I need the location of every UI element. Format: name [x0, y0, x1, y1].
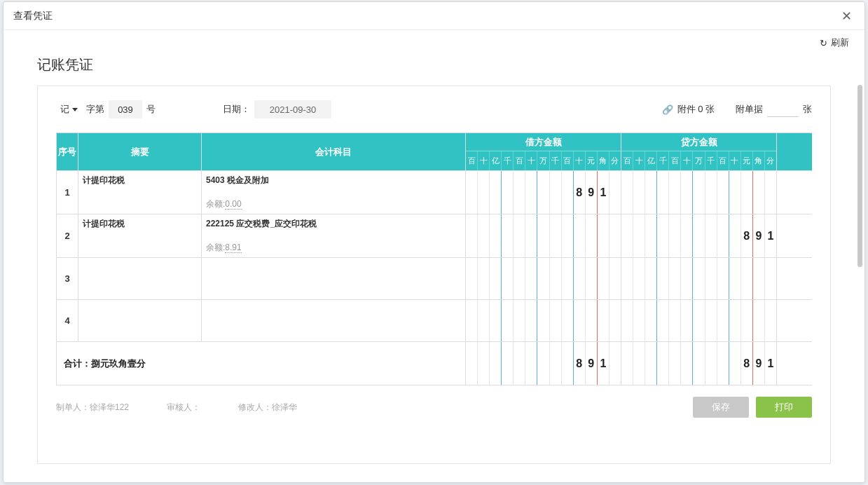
amount-digit[interactable]: [514, 342, 525, 385]
account-cell[interactable]: [202, 300, 466, 341]
summary-cell[interactable]: 计提印花税: [78, 214, 202, 257]
amount-digit[interactable]: [621, 342, 633, 385]
amount-digit[interactable]: [765, 171, 776, 214]
amount-digit[interactable]: [633, 214, 645, 257]
amount-digit[interactable]: [562, 342, 574, 385]
amount-digit[interactable]: [490, 258, 502, 299]
amount-digit[interactable]: [645, 214, 657, 257]
amount-digit[interactable]: [729, 342, 741, 385]
amount-digit[interactable]: [741, 171, 753, 214]
amount-digit[interactable]: [466, 171, 478, 214]
amount-digit[interactable]: [502, 258, 514, 299]
amount-digit[interactable]: [717, 300, 729, 341]
attach-doc-input[interactable]: [767, 102, 799, 117]
account-cell[interactable]: [202, 258, 466, 299]
amount-digit[interactable]: [586, 214, 598, 257]
voucher-number-input[interactable]: [109, 100, 142, 118]
amount-digit[interactable]: [693, 171, 705, 214]
amount-digit[interactable]: [525, 300, 537, 341]
amount-digit[interactable]: [621, 258, 633, 299]
amount-digit[interactable]: [681, 258, 693, 299]
amount-digit[interactable]: [466, 342, 478, 385]
amount-digit[interactable]: 1: [598, 342, 609, 385]
summary-cell[interactable]: 计提印花税: [78, 171, 202, 214]
amount-digit[interactable]: [550, 342, 562, 385]
amount-digit[interactable]: [562, 214, 574, 257]
amount-digit[interactable]: [537, 214, 549, 257]
amount-digit[interactable]: 9: [586, 342, 598, 385]
amount-digit[interactable]: [645, 300, 657, 341]
amount-digit[interactable]: 9: [753, 214, 765, 257]
amount-digit[interactable]: [645, 258, 657, 299]
refresh-button[interactable]: ↻ 刷新: [820, 36, 849, 49]
amount-digit[interactable]: [537, 342, 549, 385]
amount-digit[interactable]: [753, 171, 765, 214]
amount-digit[interactable]: [574, 258, 586, 299]
amount-digit[interactable]: [478, 300, 490, 341]
amount-digit[interactable]: 1: [598, 171, 609, 214]
amount-digit[interactable]: [525, 342, 537, 385]
amount-digit[interactable]: [550, 214, 562, 257]
amount-digit[interactable]: [550, 171, 562, 214]
amount-digit[interactable]: [765, 258, 776, 299]
amount-digit[interactable]: [729, 171, 741, 214]
account-cell[interactable]: 5403 税金及附加余额:0.00: [202, 171, 466, 214]
amount-digit[interactable]: [537, 300, 549, 341]
amount-digit[interactable]: [657, 171, 669, 214]
amount-digit[interactable]: [502, 214, 514, 257]
amount-digit[interactable]: [586, 300, 598, 341]
summary-cell[interactable]: [78, 300, 202, 341]
amount-digit[interactable]: [645, 342, 657, 385]
account-cell[interactable]: 222125 应交税费_应交印花税余额:8.91: [202, 214, 466, 257]
amount-digit[interactable]: [609, 342, 621, 385]
summary-cell[interactable]: [78, 258, 202, 299]
amount-digit[interactable]: [562, 171, 574, 214]
amount-digit[interactable]: [717, 342, 729, 385]
amount-digit[interactable]: [609, 300, 621, 341]
amount-digit[interactable]: [765, 300, 776, 341]
amount-digit[interactable]: [669, 342, 681, 385]
amount-digit[interactable]: [466, 214, 478, 257]
amount-digit[interactable]: [681, 300, 693, 341]
amount-digit[interactable]: [681, 214, 693, 257]
amount-digit[interactable]: [633, 171, 645, 214]
amount-digit[interactable]: [586, 258, 598, 299]
amount-digit[interactable]: [729, 258, 741, 299]
amount-digit[interactable]: [693, 258, 705, 299]
amount-digit[interactable]: [705, 214, 717, 257]
amount-digit[interactable]: [490, 214, 502, 257]
amount-digit[interactable]: [693, 342, 705, 385]
amount-digit[interactable]: [621, 171, 633, 214]
amount-digit[interactable]: [753, 300, 765, 341]
amount-digit[interactable]: [657, 258, 669, 299]
amount-digit[interactable]: 8: [741, 342, 753, 385]
save-button[interactable]: 保存: [693, 397, 749, 418]
amount-digit[interactable]: [741, 300, 753, 341]
amount-digit[interactable]: [705, 258, 717, 299]
amount-digit[interactable]: [633, 342, 645, 385]
amount-digit[interactable]: [753, 258, 765, 299]
amount-digit[interactable]: [490, 342, 502, 385]
amount-digit[interactable]: [705, 300, 717, 341]
amount-digit[interactable]: [669, 300, 681, 341]
amount-digit[interactable]: [657, 214, 669, 257]
amount-digit[interactable]: [514, 300, 525, 341]
amount-digit[interactable]: [609, 214, 621, 257]
amount-digit[interactable]: [729, 214, 741, 257]
amount-digit[interactable]: [598, 214, 609, 257]
amount-digit[interactable]: 1: [765, 342, 776, 385]
amount-digit[interactable]: [717, 214, 729, 257]
amount-digit[interactable]: [562, 258, 574, 299]
amount-digit[interactable]: [693, 300, 705, 341]
amount-digit[interactable]: [669, 171, 681, 214]
amount-digit[interactable]: [717, 171, 729, 214]
amount-digit[interactable]: [621, 300, 633, 341]
amount-digit[interactable]: [537, 258, 549, 299]
voucher-type-select[interactable]: 记: [56, 102, 82, 117]
amount-digit[interactable]: [550, 258, 562, 299]
print-button[interactable]: 打印: [756, 397, 812, 418]
amount-digit[interactable]: [490, 171, 502, 214]
amount-digit[interactable]: [645, 171, 657, 214]
amount-digit[interactable]: [633, 300, 645, 341]
amount-digit[interactable]: 9: [753, 342, 765, 385]
